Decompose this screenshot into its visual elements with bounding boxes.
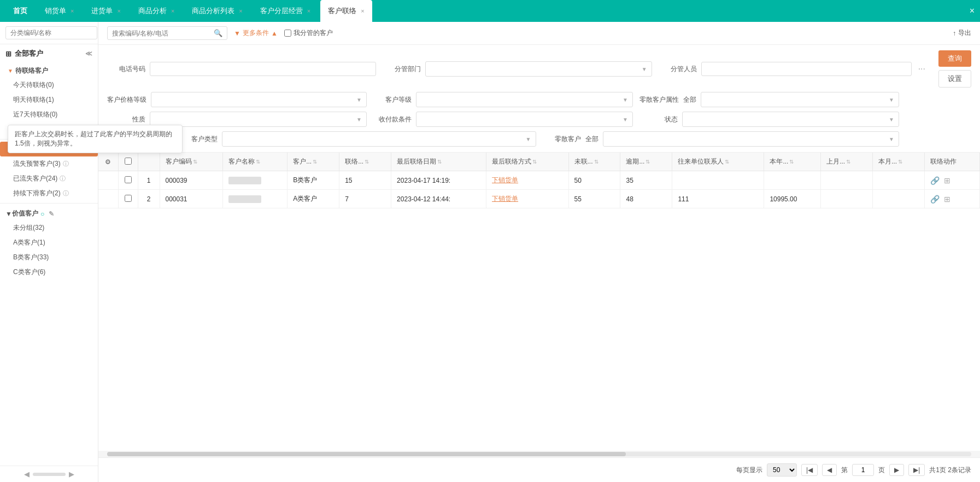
page-first-btn[interactable]: |◀ [801, 464, 818, 476]
filter-select-scattered-customer[interactable]: ▼ [603, 131, 900, 147]
page-number-input[interactable] [852, 464, 874, 476]
row1-last-way: 下销货单 [486, 171, 568, 190]
nav-tab-product-analysis[interactable]: 商品分析 × [131, 0, 182, 22]
col-header-name[interactable]: 客户名称⇅ [222, 153, 287, 171]
sidebar-item-tomorrow[interactable]: 明天待联络(1) [0, 92, 98, 107]
sort-icon-last-month: ⇅ [846, 159, 850, 165]
col-header-overdue[interactable]: 逾期...⇅ [620, 153, 672, 171]
col-header-partner[interactable]: 往来单位联系人⇅ [672, 153, 764, 171]
nav-tab-product-analysis-close[interactable]: × [171, 8, 174, 14]
nav-tab-customer-contact[interactable]: 客户联络 × [320, 0, 372, 22]
nav-tab-purchase-close[interactable]: × [117, 8, 120, 14]
col-header-not-contact[interactable]: 未联...⇅ [568, 153, 620, 171]
col-header-category[interactable]: 客户...⇅ [287, 153, 339, 171]
per-page-select[interactable]: 50 100 [767, 463, 797, 477]
sort-icon-last-way: ⇅ [532, 159, 537, 165]
sort-icon-category: ⇅ [313, 159, 317, 165]
page-prev-btn[interactable]: ◀ [822, 464, 837, 476]
nav-tab-product-list-close[interactable]: × [239, 8, 242, 14]
advanced-filter: 电话号码 分管部门 ▼ 分管人员 ··· 查询 设置 [98, 45, 980, 153]
page-next-btn[interactable]: ▶ [889, 464, 904, 476]
filter-label-customer-grade: 客户等级 [373, 95, 412, 104]
filter-select-customer-grade[interactable]: ▼ [416, 92, 633, 107]
nav-tab-customer-segment-close[interactable]: × [307, 8, 310, 14]
filter-select-dept[interactable]: ▼ [425, 61, 652, 77]
page-last-btn[interactable]: ▶| [908, 464, 925, 476]
nav-tab-customer-segment[interactable]: 客户分层经营 × [253, 0, 318, 22]
value-group-edit-icon[interactable]: ✎ [49, 210, 54, 218]
query-button[interactable]: 查询 [938, 50, 971, 67]
row2-link-icon[interactable]: 🔗 [930, 195, 940, 204]
filter-label-customer-type: 客户类型 [179, 135, 218, 144]
row2-checkbox[interactable] [125, 195, 132, 202]
filter-select-nature[interactable]: ▼ [150, 112, 367, 127]
sidebar-item-lost[interactable]: 已流失客户(24) ⓘ [0, 171, 98, 186]
sidebar-left-arrow[interactable]: ◀ [24, 470, 30, 478]
sidebar-all-customers[interactable]: ⊞ 全部客户 ≪ [0, 44, 98, 63]
nav-tab-customer-contact-close[interactable]: × [361, 8, 364, 14]
horizontal-scrollbar[interactable] [98, 451, 980, 457]
filter-more-btn[interactable]: ▼ 更多条件 ▲ [234, 28, 278, 38]
scrollbar-thumb[interactable] [107, 452, 626, 456]
settings-button[interactable]: 设置 [938, 70, 971, 88]
nav-tab-purchase[interactable]: 进货单 × [84, 0, 128, 22]
filter-field-customer-type: 客户类型 ▼ [179, 131, 536, 147]
filter-search-input[interactable] [112, 30, 210, 37]
sidebar-collapse-btn[interactable]: ≪ [85, 50, 92, 57]
col-header-code[interactable]: 客户编码⇅ [160, 153, 222, 171]
filter-select-payment[interactable]: ▼ [416, 112, 633, 127]
row1-last-way-link[interactable]: 下销货单 [492, 176, 518, 184]
gear-icon[interactable]: ⚙ [105, 158, 111, 166]
filter-manager-dots[interactable]: ··· [918, 64, 925, 74]
select-all-checkbox[interactable] [125, 158, 132, 165]
filter-my-customers[interactable]: 我分管的客户 [284, 28, 333, 38]
col-header-this-month[interactable]: 本月...⇅ [873, 153, 925, 171]
nav-tab-sales[interactable]: 销货单 × [37, 0, 81, 22]
nav-close-all-btn[interactable]: × [970, 6, 975, 16]
col-header-this-year[interactable]: 本年...⇅ [764, 153, 821, 171]
row1-grid-icon[interactable]: ⊞ [944, 176, 950, 185]
sidebar-item-declining[interactable]: 持续下滑客户(2) ⓘ [0, 186, 98, 201]
col-header-last-way[interactable]: 最后联络方式⇅ [486, 153, 568, 171]
sidebar-grid-icon: ⊞ [5, 50, 11, 58]
per-page-label: 每页显示 [736, 466, 762, 475]
nav-tab-product-list[interactable]: 商品分析列表 × [184, 0, 250, 22]
filter-select-scattered-attr[interactable]: ▼ [701, 92, 899, 107]
filter-my-checkbox[interactable] [284, 30, 291, 37]
sidebar-item-a-class[interactable]: A类客户(1) [0, 235, 98, 250]
nav-tab-home[interactable]: 首页 [5, 0, 35, 22]
sidebar-item-c-class[interactable]: C类客户(6) [0, 265, 98, 280]
nav-tab-sales-close[interactable]: × [71, 8, 74, 14]
sidebar-search-input[interactable] [5, 26, 97, 39]
sort-icon-this-year: ⇅ [789, 159, 794, 165]
col-header-last-month[interactable]: 上月...⇅ [821, 153, 873, 171]
filter-row-3: 性质 ▼ 收付款条件 ▼ 状态 [107, 112, 971, 127]
filter-select-status[interactable]: ▼ [682, 112, 899, 127]
sidebar-item-today[interactable]: 今天待联络(0) [0, 78, 98, 92]
value-group-icon[interactable]: ○ [40, 210, 44, 218]
col-header-contact[interactable]: 联络...⇅ [339, 153, 391, 171]
filter-field-payment: 收付款条件 ▼ [373, 112, 633, 127]
sidebar-item-b-class[interactable]: B类客户(33) [0, 250, 98, 265]
row2-grid-icon[interactable]: ⊞ [944, 195, 950, 204]
sidebar-item-ungrouped[interactable]: 未分组(32) [0, 220, 98, 235]
col-header-last-date[interactable]: 最后联络日期⇅ [391, 153, 486, 171]
filter-input-manager[interactable] [701, 62, 912, 76]
row1-actions: 🔗 ⊞ [930, 176, 974, 185]
filter-input-phone[interactable] [150, 62, 376, 76]
chevron-down-icon-3: ▼ [623, 97, 628, 103]
export-btn[interactable]: ↑ 导出 [953, 28, 971, 38]
row2-code: 000031 [160, 190, 222, 208]
nav-tab-sales-label: 销货单 [45, 6, 66, 16]
filter-more-arrow: ▲ [271, 30, 278, 37]
sidebar-right-arrow[interactable]: ▶ [69, 470, 74, 478]
filter-select-price-grade[interactable]: ▼ [151, 92, 367, 107]
sidebar-item-7days[interactable]: 近7天待联络(0) [0, 107, 98, 122]
info-icon-lost: ⓘ [60, 175, 66, 183]
row2-last-way: 下销货单 [486, 190, 568, 208]
row1-checkbox[interactable] [125, 176, 132, 183]
filter-select-customer-type[interactable]: ▼ [222, 131, 536, 147]
row2-last-way-link[interactable]: 下销货单 [492, 195, 518, 202]
sidebar-item-loss-warning[interactable]: 流失预警客户(3) ⓘ [0, 156, 98, 171]
row1-link-icon[interactable]: 🔗 [930, 176, 940, 185]
